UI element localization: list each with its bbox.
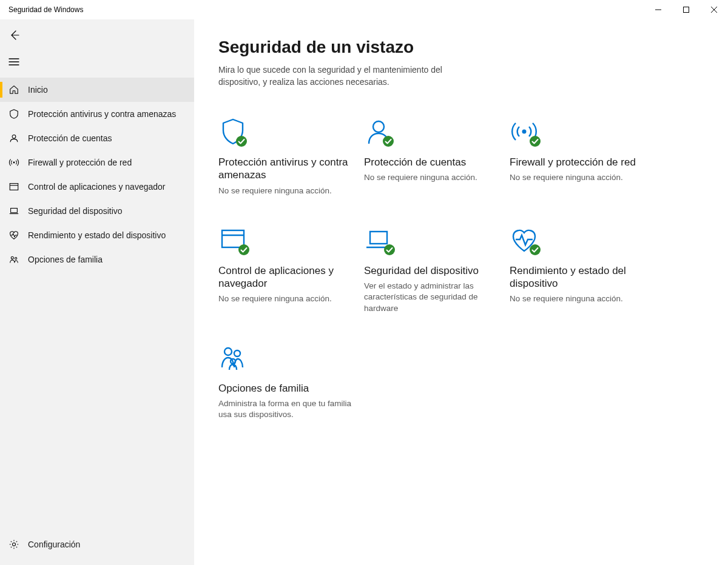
person-icon — [8, 133, 28, 144]
tile-desc: No se requiere ninguna acción. — [218, 186, 352, 196]
home-icon — [8, 84, 28, 95]
nav-label: Seguridad del dispositivo — [28, 206, 123, 216]
tile-desc: No se requiere ninguna acción. — [364, 172, 497, 183]
svg-point-7 — [12, 543, 15, 546]
nav-label: Control de aplicaciones y navegador — [28, 182, 165, 192]
svg-point-8 — [236, 136, 247, 147]
family-icon — [8, 254, 28, 265]
svg-point-5 — [11, 256, 13, 259]
maximize-button[interactable] — [672, 0, 700, 19]
nav-item-firewall[interactable]: Firewall y protección de red — [0, 150, 194, 175]
tile-device-security[interactable]: Seguridad del dispositivo Ver el estado … — [364, 221, 497, 314]
svg-point-14 — [238, 244, 249, 255]
tile-title: Firewall y protección de red — [510, 156, 643, 169]
back-arrow-icon — [8, 29, 21, 41]
broadcast-icon — [8, 157, 28, 168]
tile-app-browser[interactable]: Control de aplicaciones y navegador No s… — [218, 221, 352, 314]
family-icon — [218, 343, 248, 372]
heart-pulse-icon — [8, 230, 28, 241]
checkmark-badge-icon — [238, 244, 250, 256]
tile-account-protection[interactable]: Protección de cuentas No se requiere nin… — [364, 112, 497, 196]
tile-desc: Administra la forma en que tu familia us… — [218, 398, 352, 420]
window-title: Seguridad de Windows — [0, 5, 83, 14]
checkmark-badge-icon — [235, 135, 248, 147]
svg-point-1 — [12, 135, 16, 138]
sidebar: Inicio Protección antivirus y contra ame… — [0, 19, 194, 565]
title-bar: Seguridad de Windows — [0, 0, 728, 19]
nav-label: Inicio — [28, 85, 48, 95]
checkmark-badge-icon — [383, 244, 396, 256]
minimize-icon — [655, 7, 661, 13]
back-button[interactable] — [6, 24, 30, 46]
nav-item-app-browser[interactable]: Control de aplicaciones y navegador — [0, 175, 194, 199]
hamburger-icon — [8, 56, 19, 67]
nav-item-device-security[interactable]: Seguridad del dispositivo — [0, 199, 194, 223]
nav-label: Opciones de familia — [28, 255, 103, 264]
svg-rect-15 — [370, 232, 387, 244]
svg-point-10 — [383, 136, 394, 147]
nav-label: Protección antivirus y contra amenazas — [28, 109, 176, 119]
tile-virus-protection[interactable]: Protección antivirus y contra amenazas N… — [218, 112, 352, 196]
nav-list: Inicio Protección antivirus y contra ame… — [0, 78, 194, 527]
checkmark-badge-icon — [529, 244, 541, 256]
svg-point-19 — [234, 350, 240, 356]
nav-label: Rendimiento y estado del dispositivo — [28, 230, 166, 240]
svg-point-11 — [522, 130, 527, 134]
maximize-icon — [683, 7, 689, 13]
svg-rect-4 — [11, 209, 18, 213]
nav-item-family[interactable]: Opciones de familia — [0, 247, 194, 272]
tile-desc: No se requiere ninguna acción. — [510, 293, 643, 304]
svg-point-6 — [15, 258, 17, 259]
nav-item-account[interactable]: Protección de cuentas — [0, 126, 194, 150]
tile-family[interactable]: Opciones de familia Administra la forma … — [218, 338, 352, 421]
close-button[interactable] — [700, 0, 728, 19]
tile-title: Control de aplicaciones y navegador — [218, 264, 352, 290]
page-title: Seguridad de un vistazo — [218, 38, 704, 57]
svg-point-12 — [530, 136, 541, 147]
nav-item-virus[interactable]: Protección antivirus y contra amenazas — [0, 102, 194, 126]
laptop-icon — [8, 206, 28, 216]
tile-title: Protección de cuentas — [364, 156, 497, 169]
main-content: Seguridad de un vistazo Mira lo que suce… — [194, 19, 728, 565]
nav-item-performance[interactable]: Rendimiento y estado del dispositivo — [0, 223, 194, 247]
svg-point-2 — [13, 162, 15, 164]
svg-point-17 — [530, 244, 541, 255]
nav-item-home[interactable]: Inicio — [0, 78, 194, 102]
tile-desc: Ver el estado y administrar las caracter… — [364, 281, 497, 314]
svg-point-16 — [384, 244, 395, 255]
page-subtitle: Mira lo que sucede con la seguridad y el… — [218, 64, 485, 88]
window-icon — [8, 181, 28, 192]
checkmark-badge-icon — [382, 135, 394, 147]
minimize-button[interactable] — [644, 0, 672, 19]
svg-rect-3 — [10, 184, 18, 190]
tile-firewall[interactable]: Firewall y protección de red No se requi… — [510, 112, 643, 196]
hamburger-button[interactable] — [6, 51, 30, 73]
svg-rect-0 — [684, 7, 689, 13]
checkmark-badge-icon — [529, 135, 541, 147]
close-icon — [711, 7, 717, 13]
tile-desc: No se requiere ninguna acción. — [510, 172, 643, 183]
svg-point-18 — [224, 348, 232, 355]
tile-grid: Protección antivirus y contra amenazas N… — [218, 112, 704, 420]
tile-desc: No se requiere ninguna acción. — [218, 293, 352, 304]
svg-point-9 — [373, 121, 384, 132]
tile-title: Protección antivirus y contra amenazas — [218, 156, 352, 182]
tile-title: Seguridad del dispositivo — [364, 264, 497, 277]
gear-icon — [8, 539, 28, 550]
nav-label: Firewall y protección de red — [28, 158, 132, 167]
tile-title: Rendimiento y estado del dispositivo — [510, 264, 643, 290]
nav-label: Configuración — [28, 540, 80, 549]
shield-icon — [8, 109, 28, 119]
tile-title: Opciones de familia — [218, 382, 352, 395]
nav-item-settings[interactable]: Configuración — [0, 532, 194, 557]
tile-performance[interactable]: Rendimiento y estado del dispositivo No … — [510, 221, 643, 314]
nav-label: Protección de cuentas — [28, 133, 112, 143]
